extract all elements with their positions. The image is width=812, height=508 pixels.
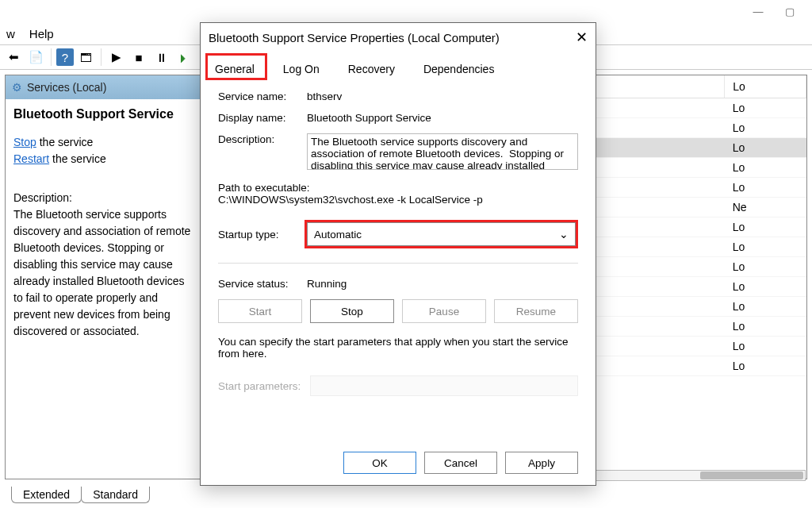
dialog-close-icon[interactable]: ✕: [576, 29, 588, 46]
pause-button: Pause: [402, 299, 486, 323]
start-button: Start: [218, 299, 302, 323]
service-name-value: bthserv: [307, 90, 578, 102]
play-icon[interactable]: ▶: [106, 47, 127, 67]
restart-link[interactable]: Restart: [13, 152, 49, 165]
service-name-label: Service name:: [218, 90, 307, 102]
display-name-value: Bluetooth Support Service: [307, 112, 578, 124]
toolbar-back-icon[interactable]: ⬅: [3, 47, 24, 67]
window-minimize-button[interactable]: —: [742, 2, 774, 20]
startup-type-label: Startup type:: [218, 229, 307, 241]
services-gear-icon: ⚙: [12, 81, 22, 94]
service-status-label: Service status:: [218, 278, 307, 290]
startup-type-value: Automatic: [314, 229, 362, 241]
start-params-input: [310, 375, 578, 396]
tab-general[interactable]: General: [207, 58, 262, 80]
display-name-label: Display name:: [218, 112, 307, 124]
restart-icon[interactable]: ⏵: [173, 47, 193, 67]
left-pane-header-text: Services (Local): [27, 81, 106, 94]
description-label: Description:: [13, 190, 197, 206]
menu-view[interactable]: w: [6, 27, 15, 40]
chevron-down-icon: ⌄: [559, 228, 569, 241]
highlight-startup-dropdown: Automatic ⌄: [304, 220, 578, 248]
tab-dependencies[interactable]: Dependencies: [416, 58, 503, 80]
startup-type-dropdown[interactable]: Automatic ⌄: [307, 222, 576, 246]
tab-standard[interactable]: Standard: [81, 487, 150, 503]
restart-suffix: the service: [49, 152, 106, 165]
pause-icon[interactable]: ⏸: [151, 47, 171, 67]
dialog-title: Bluetooth Support Service Properties (Lo…: [209, 31, 500, 44]
properties-dialog: Bluetooth Support Service Properties (Lo…: [200, 22, 596, 486]
path-value: C:\WINDOWS\system32\svchost.exe -k Local…: [218, 194, 578, 206]
toolbar-help-icon[interactable]: ?: [56, 48, 74, 66]
dlg-description-box[interactable]: [307, 133, 578, 170]
tab-extended[interactable]: Extended: [11, 487, 82, 503]
toolbar-properties-icon[interactable]: 🗔: [75, 47, 96, 67]
stop-button[interactable]: Stop: [310, 299, 394, 323]
start-params-label: Start parameters:: [218, 380, 301, 392]
service-status-value: Running: [307, 278, 578, 290]
service-detail-title: Bluetooth Support Service: [13, 107, 197, 121]
ok-button[interactable]: OK: [343, 452, 416, 474]
stop-icon[interactable]: ■: [128, 47, 149, 67]
description-text: The Bluetooth service supports discovery…: [13, 206, 197, 340]
menu-help[interactable]: Help: [29, 27, 54, 40]
resume-button: Resume: [494, 299, 578, 323]
col-logon[interactable]: Lo: [725, 75, 806, 98]
toolbar-export-icon[interactable]: 📄: [25, 47, 46, 67]
left-pane-header: ⚙ Services (Local): [6, 75, 200, 99]
apply-button[interactable]: Apply: [505, 452, 578, 474]
window-maximize-button[interactable]: ▢: [774, 2, 806, 20]
dlg-description-label: Description:: [218, 133, 307, 172]
tab-recovery[interactable]: Recovery: [340, 58, 403, 80]
stop-link[interactable]: Stop: [13, 136, 36, 148]
cancel-button[interactable]: Cancel: [424, 452, 497, 474]
stop-suffix: the service: [36, 136, 94, 148]
tab-logon[interactable]: Log On: [275, 58, 327, 80]
start-params-note: You can specify the start parameters tha…: [218, 336, 578, 360]
path-label: Path to executable:: [218, 182, 578, 194]
